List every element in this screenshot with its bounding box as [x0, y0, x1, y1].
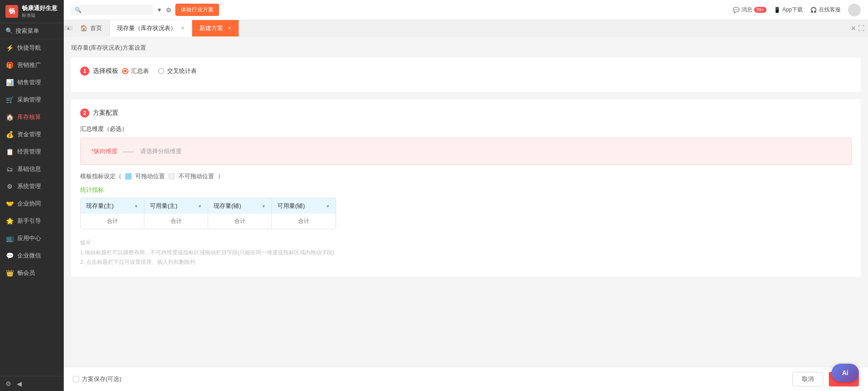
- phone-icon: 📱: [774, 7, 781, 13]
- message-item[interactable]: 💬 消息 99+: [733, 6, 766, 14]
- app-download-item[interactable]: 📱 App下载: [774, 6, 803, 14]
- col-3-header[interactable]: 现存量(辅) ▼: [208, 198, 272, 214]
- sidebar-item-label: 采购管理: [17, 96, 41, 104]
- app-download-label: App下载: [782, 6, 803, 14]
- collapse-icon[interactable]: ◀: [17, 380, 22, 387]
- guide-icon: 🌟: [5, 217, 14, 225]
- sidebar-item-sales[interactable]: 📊 销售管理: [0, 74, 64, 91]
- sidebar-item-label: 快捷导航: [17, 44, 41, 52]
- message-label: 消息: [741, 6, 752, 14]
- sidebar-item-member[interactable]: 👑 畅会员: [0, 264, 64, 282]
- sidebar-item-wechat[interactable]: 💬 企业微信: [0, 247, 64, 264]
- appstore-icon: 📺: [5, 235, 14, 242]
- tips-section: 提示： 1.拖动标题栏可以调整布局，不可跨维度或指标区域拖动栏目字段(只能在同一…: [80, 238, 852, 268]
- sidebar-item-marketing[interactable]: 🎁 营销推广: [0, 57, 64, 74]
- tip-2: 2. 点击标题栏下拉可设置排序、插入列和删除列: [80, 257, 852, 268]
- sidebar-item-guide[interactable]: 🌟 新手引导: [0, 212, 64, 230]
- radio-summary-label: 汇总表: [131, 67, 149, 75]
- topbar-right: 💬 消息 99+ 📱 App下载 🎧 在线客服: [733, 4, 861, 16]
- col-2-summary: 合计: [144, 214, 208, 229]
- draggable-tag: [125, 173, 132, 180]
- radio-summary-circle: [122, 68, 128, 74]
- sidebar-item-appstore[interactable]: 📺 应用中心: [0, 230, 64, 247]
- topbar: 🔍 ▼ ⚙ 体验行业方案 💬 消息 99+ 📱 App下载 🎧 在线客服: [64, 0, 868, 20]
- col-2-chevron: ▼: [198, 204, 202, 209]
- tip-title-text: 提示：: [80, 239, 97, 246]
- sidebar-item-label: 新手引导: [17, 217, 41, 225]
- search-bar[interactable]: 🔍: [71, 5, 153, 15]
- search-icon: 🔍: [5, 27, 13, 34]
- online-service-item[interactable]: 🎧 在线客服: [810, 6, 841, 14]
- sidebar-item-basic[interactable]: 🗂 基础信息: [0, 160, 64, 178]
- save-option[interactable]: 方案保存(可选): [73, 375, 122, 383]
- col-1-label: 现存量(主): [86, 202, 114, 210]
- tabbar: ▲ 🏠 首页 现存量（库存状况表） ✕ 新建方案 ✕ ✕ ⛶: [64, 20, 868, 36]
- stats-body-row: 合计 合计 合计 合计: [81, 214, 336, 229]
- sidebar-item-label: 营销推广: [17, 61, 41, 69]
- cancel-button[interactable]: 取消: [792, 372, 823, 386]
- content-area: 现存量(库存状况表)方案设置 1 选择模板 汇总表 交叉统计表: [64, 36, 868, 367]
- radio-summary[interactable]: 汇总表: [122, 67, 149, 75]
- sidebar-item-system[interactable]: ⚙ 系统管理: [0, 178, 64, 195]
- marketing-icon: 🎁: [5, 62, 14, 69]
- basic-icon: 🗂: [5, 165, 14, 173]
- dropdown-button[interactable]: ▼: [157, 7, 162, 13]
- sidebar-item-finance[interactable]: 💰 资金管理: [0, 126, 64, 143]
- dimension-required-label: 汇总维度（必选）: [80, 125, 852, 133]
- col-4-label: 可用量(辅): [277, 202, 305, 210]
- search-bar-icon: 🔍: [75, 7, 82, 13]
- section-1-title: 选择模板: [93, 67, 118, 75]
- vertical-dash: ——: [123, 148, 135, 155]
- tab-scroll-up[interactable]: ▲: [64, 26, 73, 31]
- col-4-header[interactable]: 可用量(辅) ▼: [272, 198, 336, 214]
- radio-cross[interactable]: 交叉统计表: [158, 67, 197, 75]
- tab-inventory-close[interactable]: ✕: [181, 26, 184, 31]
- stats-title: 统计指标: [80, 186, 852, 194]
- col-2-label: 可用量(主): [150, 202, 178, 210]
- sidebar-nav: ⚡ 快捷导航 🎁 营销推广 📊 销售管理 🛒 采购管理 🏠 库存核算 💰 资金管…: [0, 39, 64, 376]
- tab-inventory-label: 现存量（库存状况表）: [117, 24, 176, 32]
- settings-icon[interactable]: ⚙: [5, 380, 11, 387]
- sidebar-item-operations[interactable]: 📋 经营管理: [0, 143, 64, 160]
- col-4-chevron: ▼: [326, 204, 330, 209]
- tab-inventory[interactable]: 现存量（库存状况表） ✕: [110, 20, 192, 36]
- sidebar-item-purchase[interactable]: 🛒 采购管理: [0, 91, 64, 108]
- purchase-icon: 🛒: [5, 96, 14, 103]
- sidebar-item-inventory[interactable]: 🏠 库存核算: [0, 108, 64, 126]
- radio-cross-circle: [158, 68, 164, 74]
- not-draggable-label: 不可拖动位置: [179, 172, 214, 180]
- sidebar-item-label: 畅会员: [17, 269, 35, 277]
- sidebar-item-quick[interactable]: ⚡ 快捷导航: [0, 39, 64, 57]
- app-logo: 畅 畅康通好生意 标准版: [0, 0, 64, 23]
- col-1-header[interactable]: 现存量(主) ▼: [81, 198, 144, 214]
- save-checkbox[interactable]: [73, 376, 79, 382]
- sidebar-item-label: 企业微信: [17, 252, 41, 260]
- ai-fab[interactable]: Ai: [832, 364, 859, 382]
- section-2-header: 2 方案配置: [80, 108, 852, 118]
- tab-home[interactable]: 🏠 首页: [73, 20, 110, 36]
- template-radio-group: 汇总表 交叉统计表: [122, 67, 197, 75]
- gear-button[interactable]: ⚙: [166, 6, 172, 14]
- close-panel-icon[interactable]: ✕: [851, 25, 856, 32]
- col-2-header[interactable]: 可用量(主) ▼: [144, 198, 208, 214]
- home-icon: 🏠: [80, 25, 87, 31]
- tab-new-close[interactable]: ✕: [228, 26, 231, 31]
- expand-icon[interactable]: ⛶: [858, 25, 864, 32]
- tab-new-label: 新建方案: [199, 24, 223, 32]
- logo-title: 畅康通好生意: [22, 5, 57, 12]
- industry-button[interactable]: 体验行业方案: [175, 4, 219, 16]
- sidebar-item-label: 销售管理: [17, 78, 41, 87]
- indicator-close-text: ）: [218, 172, 224, 180]
- dimension-box[interactable]: *纵向维度 —— 请选择分组维度: [80, 138, 852, 165]
- draggable-label: 可拖动位置: [135, 172, 165, 180]
- user-avatar[interactable]: [848, 4, 861, 16]
- section-1-header: 1 选择模板 汇总表 交叉统计表: [80, 67, 852, 76]
- quick-icon: ⚡: [5, 44, 14, 51]
- tab-new-plan[interactable]: 新建方案 ✕: [192, 20, 239, 36]
- col-1-chevron: ▼: [134, 204, 138, 209]
- col-3-chevron: ▼: [261, 204, 266, 209]
- online-service-label: 在线客服: [819, 6, 841, 14]
- search-menu[interactable]: 🔍 搜索菜单: [0, 23, 64, 39]
- system-icon: ⚙: [5, 183, 14, 190]
- sidebar-item-collab[interactable]: 🤝 企业协同: [0, 195, 64, 212]
